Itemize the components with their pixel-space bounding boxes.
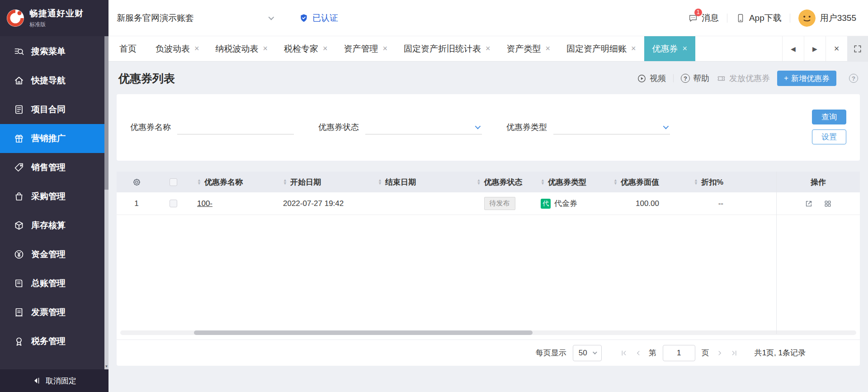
- next-page-button[interactable]: [716, 349, 724, 357]
- sidebar-item-funds[interactable]: 资金管理: [0, 240, 108, 269]
- more-actions-button[interactable]: [823, 199, 832, 208]
- row-select-cell: [156, 192, 190, 215]
- sort-icon[interactable]: ▲▼: [694, 179, 698, 185]
- first-page-button[interactable]: [620, 349, 628, 357]
- per-page-select[interactable]: 50: [573, 345, 602, 361]
- select-all-checkbox[interactable]: [170, 178, 177, 186]
- sort-icon[interactable]: ▲▼: [378, 179, 382, 185]
- sidebar-item-tax[interactable]: 税务管理: [0, 327, 108, 356]
- user-menu[interactable]: 用户3355: [820, 12, 856, 24]
- help-button[interactable]: ? 帮助: [681, 73, 709, 84]
- coupon-name-link[interactable]: 100-: [197, 199, 212, 208]
- page-suffix-label: 页: [702, 348, 709, 358]
- close-icon[interactable]: ×: [263, 44, 268, 53]
- coupon-type-select[interactable]: [553, 120, 670, 134]
- table-header-row: ▲▼ 优惠券名称 ▲▼ 开始日期 ▲▼ 结束日期 ▲▼ 优惠券状态: [117, 172, 860, 192]
- user-avatar[interactable]: [798, 10, 816, 27]
- coupon-status-select[interactable]: [365, 120, 482, 134]
- sidebar-item-search-menu[interactable]: 搜索菜单: [0, 37, 108, 66]
- page-number-input[interactable]: [663, 345, 695, 361]
- close-icon[interactable]: ×: [546, 44, 551, 53]
- filter-coupon-name: 优惠券名称: [130, 120, 294, 134]
- tab-close-all-button[interactable]: ×: [826, 36, 847, 61]
- last-page-button[interactable]: [730, 349, 738, 357]
- distribute-coupon-label: 发放优惠券: [729, 73, 770, 84]
- search-button[interactable]: 查询: [812, 110, 846, 124]
- column-settings-button[interactable]: [117, 172, 156, 192]
- tab-home[interactable]: 首页: [108, 36, 147, 61]
- sort-icon[interactable]: ▲▼: [197, 179, 201, 185]
- sidebar-scrollbar-thumb[interactable]: [104, 36, 108, 190]
- sort-icon[interactable]: ▲▼: [283, 179, 287, 185]
- close-icon[interactable]: ×: [486, 44, 491, 53]
- account-selector[interactable]: 新服务官网演示账套: [117, 12, 273, 24]
- close-icon[interactable]: ×: [683, 44, 688, 53]
- header-coupon-type[interactable]: ▲▼ 优惠券类型: [533, 172, 602, 192]
- sidebar-item-sales[interactable]: 销售管理: [0, 153, 108, 182]
- app-download-label: App下载: [749, 12, 782, 24]
- sidebar-item-ledger[interactable]: 总账管理: [0, 269, 108, 298]
- header-coupon-name[interactable]: ▲▼ 优惠券名称: [190, 172, 276, 192]
- tab-shuijian-zhuanjia[interactable]: 税检专家 ×: [276, 36, 336, 61]
- row-checkbox[interactable]: [170, 200, 177, 207]
- sort-icon[interactable]: ▲▼: [541, 179, 545, 185]
- close-icon[interactable]: ×: [383, 44, 388, 53]
- content-area: 优惠券列表 视频 ? 帮助 发放优惠券: [108, 62, 868, 392]
- header-start-date[interactable]: ▲▼ 开始日期: [276, 172, 371, 192]
- close-icon[interactable]: ×: [194, 44, 199, 53]
- header-coupon-status[interactable]: ▲▼ 优惠券状态: [466, 172, 533, 192]
- first-page-icon: [620, 349, 628, 357]
- sidebar-scrollbar[interactable]: ▼: [104, 36, 108, 369]
- tab-scroll-right-button[interactable]: ▶: [804, 36, 826, 61]
- sidebar-item-inventory[interactable]: 库存核算: [0, 211, 108, 240]
- cell-filler: [729, 192, 777, 215]
- distribute-coupon-button[interactable]: 发放优惠券: [717, 73, 770, 84]
- tab-youhuiquan[interactable]: 优惠券 ×: [644, 36, 696, 61]
- fullscreen-button[interactable]: [847, 36, 868, 61]
- export-row-button[interactable]: [804, 199, 813, 208]
- video-button[interactable]: 视频: [637, 73, 666, 84]
- messages-button[interactable]: 1 消息: [688, 12, 719, 24]
- coupon-name-input[interactable]: [180, 122, 291, 131]
- grid-icon: [823, 199, 832, 208]
- ticket-icon: [717, 74, 726, 83]
- sidebar-item-label: 项目合同: [31, 104, 66, 115]
- chevron-down-icon: [663, 123, 669, 129]
- page-help-icon[interactable]: ?: [849, 74, 858, 83]
- close-icon[interactable]: ×: [631, 44, 636, 53]
- prev-page-button[interactable]: [634, 349, 642, 357]
- tab-zichan-leixing[interactable]: 资产类型 ×: [499, 36, 559, 61]
- coupon-name-field: [177, 120, 294, 134]
- add-coupon-button[interactable]: + 新增优惠券: [777, 71, 836, 86]
- header-face-value[interactable]: ▲▼ 优惠券面值: [602, 172, 669, 192]
- sidebar-item-invoice[interactable]: 发票管理: [0, 298, 108, 327]
- table-row[interactable]: 1 100- 2022-07-27 19:42 待发布 代 代金券: [117, 192, 860, 215]
- sidebar-item-purchase[interactable]: 采购管理: [0, 182, 108, 211]
- app-download-button[interactable]: App下载: [736, 12, 782, 24]
- brand-edition: 标准版: [29, 21, 84, 29]
- sort-icon[interactable]: ▲▼: [477, 179, 481, 185]
- header-discount[interactable]: ▲▼ 折扣%: [669, 172, 729, 192]
- sidebar-item-marketing[interactable]: 营销推广: [0, 124, 108, 153]
- tab-zichan-guanli[interactable]: 资产管理 ×: [336, 36, 396, 61]
- sidebar-unpin-button[interactable]: 取消固定: [0, 369, 108, 392]
- settings-button[interactable]: 设置: [812, 129, 846, 144]
- header-label: 结束日期: [385, 177, 416, 187]
- coupon-status-label: 优惠券状态: [318, 122, 359, 133]
- horizontal-scrollbar-thumb[interactable]: [194, 330, 533, 335]
- close-icon[interactable]: ×: [323, 44, 328, 53]
- tab-bodongbiao[interactable]: 负波动表 ×: [147, 36, 208, 61]
- sidebar-item-quick-nav[interactable]: 快捷导航: [0, 66, 108, 95]
- tab-scroll-left-button[interactable]: ◀: [782, 36, 804, 61]
- sort-icon[interactable]: ▲▼: [613, 179, 618, 185]
- scroll-down-icon[interactable]: ▼: [104, 363, 108, 369]
- tab-label: 固定资产折旧统计表: [404, 43, 481, 55]
- tab-zhejiu-tongjibiao[interactable]: 固定资产折旧统计表 ×: [396, 36, 499, 61]
- sidebar-item-project-contract[interactable]: 项目合同: [0, 95, 108, 124]
- coupon-type-badge: 代: [541, 199, 551, 209]
- header-end-date[interactable]: ▲▼ 结束日期: [371, 172, 466, 192]
- bag-icon: [14, 191, 24, 202]
- tab-nashui-bodongbiao[interactable]: 纳税波动表 ×: [208, 36, 276, 61]
- horizontal-scrollbar[interactable]: [120, 330, 856, 335]
- tab-mingxizhang[interactable]: 固定资产明细账 ×: [558, 36, 644, 61]
